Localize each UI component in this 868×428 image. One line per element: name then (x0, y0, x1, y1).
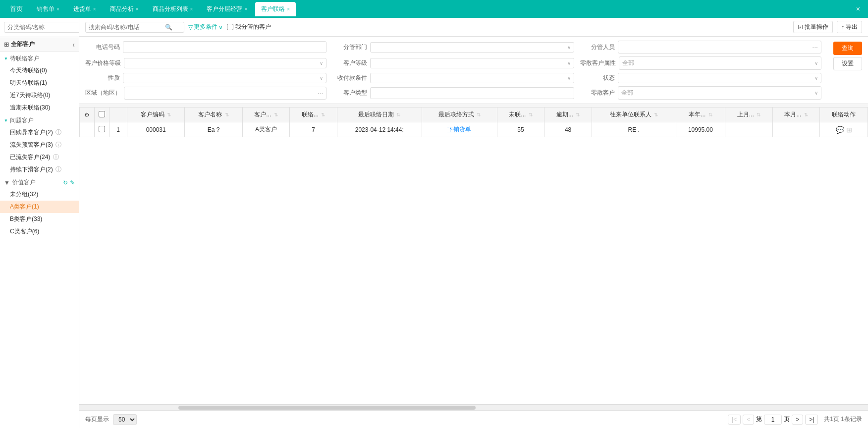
more-dots-icon[interactable]: ··· (812, 43, 818, 51)
col-customer-name[interactable]: 客户名称 ⇅ (185, 107, 242, 122)
sidebar-item-class-a[interactable]: A类客户(1) (0, 201, 79, 213)
first-page-button[interactable]: |< (728, 415, 741, 425)
close-icon[interactable]: × (287, 6, 290, 12)
close-icon[interactable]: × (93, 6, 96, 12)
col-last-method[interactable]: 最后联络方式 ⇅ (422, 107, 497, 122)
row-checkbox[interactable] (99, 126, 105, 132)
filter-select-retail[interactable]: 全部 ∨ (618, 86, 821, 100)
message-icon[interactable]: 💬 (836, 126, 844, 134)
tab-customer-contact[interactable]: 客户联络 × (255, 2, 296, 16)
horizontal-scrollbar[interactable] (79, 404, 868, 410)
sidebar-item-class-b[interactable]: B类客户(33) (0, 213, 79, 225)
my-customers-checkbox-label[interactable]: 我分管的客户 (227, 23, 271, 31)
filter-cell-customer-type: 客户类型 (332, 87, 580, 99)
all-customers-header[interactable]: ⊞ 全部客户 ‹ (0, 37, 79, 52)
filter-input-customer-type[interactable] (370, 87, 574, 99)
col-customer-grade[interactable]: 客户... ⇅ (242, 107, 290, 122)
filter-label-nature: 性质 (85, 74, 120, 82)
col-overdue[interactable]: 逾期... ⇅ (544, 107, 592, 122)
settings-button[interactable]: 设置 (833, 57, 862, 70)
batch-operation-button[interactable]: ☑ 批量操作 (793, 21, 833, 33)
value-group-label[interactable]: ▼ 价值客户 (4, 178, 36, 187)
tab-product-analysis-list[interactable]: 商品分析列表 × (147, 2, 199, 16)
col-last-month[interactable]: 上月... ⇅ (725, 107, 773, 122)
filter-select-dept[interactable]: ∨ (370, 42, 574, 53)
tab-sales[interactable]: 销售单 × (31, 2, 65, 16)
col-contact-count[interactable]: 联络... ⇅ (290, 107, 337, 122)
sidebar-item-unclassified[interactable]: 未分组(32) (0, 188, 79, 201)
filter-select-price-level[interactable]: ∨ (124, 58, 326, 68)
last-method-link[interactable]: 下销货单 (447, 126, 471, 133)
cell-contact-count: 7 (290, 122, 337, 137)
sidebar-item-declining[interactable]: 持续下滑客户(2) ⓘ (0, 163, 79, 176)
main-search-icon[interactable]: 🔍 (165, 24, 172, 31)
col-check[interactable] (95, 107, 109, 122)
filter-select-grade[interactable]: ∨ (370, 58, 574, 68)
my-customers-checkbox[interactable] (227, 24, 233, 30)
info-icon: ⓘ (55, 141, 61, 148)
scrollbar-thumb[interactable] (178, 406, 476, 410)
filter-select-status[interactable]: ∨ (618, 73, 821, 83)
edit-icon[interactable]: ✎ (70, 179, 75, 186)
filter-select-payment[interactable]: ∨ (370, 73, 574, 83)
filter-label-payment: 收付款条件 (332, 74, 367, 82)
filter-select-nature[interactable]: ∨ (123, 73, 326, 83)
main-search-box[interactable]: 🔍 (85, 22, 184, 33)
sort-icon: ⇅ (321, 112, 325, 117)
sidebar-item-today[interactable]: 今天待联络(0) (0, 64, 79, 77)
filter-icon: ▽ (188, 24, 193, 31)
filter-input-phone[interactable] (123, 41, 326, 53)
prev-page-button[interactable]: < (743, 415, 754, 425)
sidebar-item-overdue[interactable]: 逾期未联络(30) (0, 102, 79, 114)
select-all-checkbox[interactable] (99, 111, 105, 117)
close-icon[interactable]: × (136, 6, 139, 12)
filter-label-person: 分管人员 (580, 43, 615, 52)
sidebar-item-tomorrow[interactable]: 明天待联络(1) (0, 77, 79, 89)
last-page-button[interactable]: >| (805, 415, 818, 425)
triangle-icon: ▼ (4, 179, 10, 186)
col-this-month[interactable]: 本月... ⇅ (772, 107, 820, 122)
nav-home[interactable]: 首页 (4, 1, 29, 16)
filter-input-region[interactable]: ··· (124, 87, 326, 100)
pending-contact-group[interactable]: ▼ 待联络客户 (0, 52, 79, 64)
close-icon[interactable]: × (244, 6, 247, 12)
sidebar-item-repurchase-abnormal[interactable]: 回购异常客户(2) ⓘ (0, 126, 79, 139)
tab-purchase[interactable]: 进货单 × (67, 2, 102, 16)
col-last-date[interactable]: 最后联络日期 ⇅ (337, 107, 422, 122)
page-input[interactable] (764, 415, 782, 425)
col-contacts-person[interactable]: 往来单位联系人 ⇅ (592, 107, 676, 122)
problem-customers-group[interactable]: ▼ 问题客户 (0, 114, 79, 126)
col-gear[interactable]: ⚙ (80, 107, 95, 122)
next-page-button[interactable]: > (792, 415, 803, 425)
collapse-icon[interactable]: ‹ (72, 41, 75, 49)
close-icon[interactable]: × (190, 6, 193, 12)
cell-last-method[interactable]: 下销货单 (422, 122, 497, 137)
refresh-icon[interactable]: ↻ (63, 179, 68, 186)
more-dots-icon[interactable]: ··· (318, 89, 324, 97)
sidebar-item-churn-warning[interactable]: 流失预警客户(3) ⓘ (0, 139, 79, 151)
grid-action-icon[interactable]: ⊞ (846, 126, 852, 134)
grid-icon: ⊞ (4, 41, 9, 48)
sidebar-item-churned[interactable]: 已流失客户(24) ⓘ (0, 151, 79, 163)
cell-check[interactable] (95, 122, 109, 137)
sidebar-item-class-c[interactable]: C类客户(6) (0, 225, 79, 238)
main-search-input[interactable] (89, 24, 163, 31)
tab-product-analysis[interactable]: 商品分析 × (104, 2, 145, 16)
filter-label-grade: 客户等级 (332, 59, 367, 67)
window-close-button[interactable]: × (852, 3, 864, 15)
category-search-input[interactable] (4, 22, 79, 33)
sidebar-item-7days[interactable]: 近7天待联络(0) (0, 89, 79, 102)
col-no-contact[interactable]: 未联... ⇅ (497, 107, 544, 122)
sort-icon: ⇅ (225, 112, 229, 117)
more-filter-button[interactable]: ▽ 更多条件 ∨ (188, 23, 223, 31)
col-year-amount[interactable]: 本年... ⇅ (676, 107, 725, 122)
filter-select-retail-attr[interactable]: 全部 ∨ (619, 56, 821, 70)
tab-customer-segment[interactable]: 客户分层经营 × (201, 2, 253, 16)
page-size-select[interactable]: 50 (113, 414, 137, 425)
filter-input-person[interactable]: ··· (618, 41, 821, 54)
filter-label-phone: 电话号码 (85, 43, 120, 52)
col-customer-code[interactable]: 客户编码 ⇅ (127, 107, 185, 122)
query-button[interactable]: 查询 (833, 42, 862, 55)
export-button[interactable]: ↑ 导出 (837, 21, 862, 33)
close-icon[interactable]: × (56, 6, 59, 12)
